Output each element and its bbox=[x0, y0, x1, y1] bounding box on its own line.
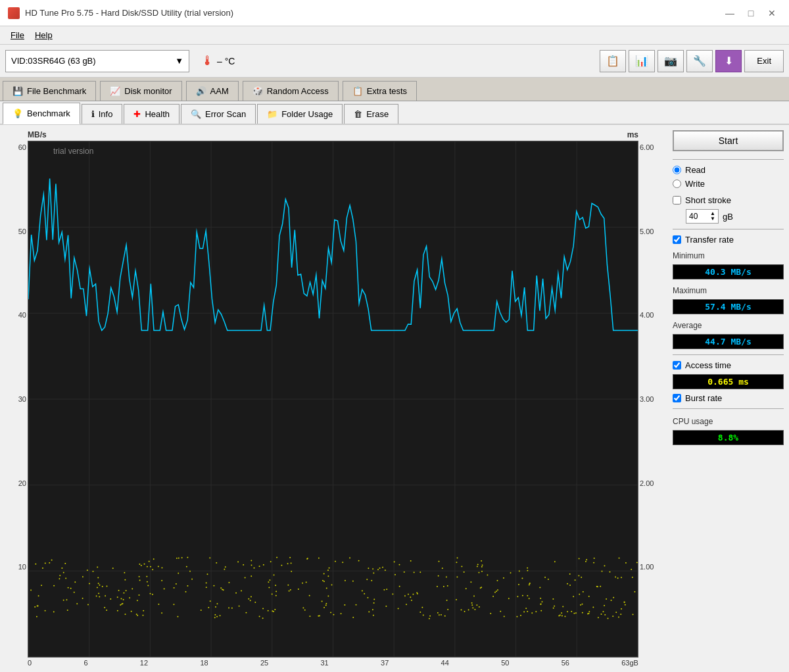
erase-icon: 🗑 bbox=[354, 109, 362, 119]
x-tick-56: 56 bbox=[562, 659, 569, 667]
maximum-value: 57.4 MB/s bbox=[673, 299, 784, 314]
short-stroke-row[interactable]: Short stroke bbox=[673, 195, 784, 205]
aam-icon: 🔊 bbox=[196, 86, 206, 96]
access-time-checkbox[interactable] bbox=[673, 361, 681, 370]
write-label: Write bbox=[685, 179, 705, 189]
x-tick-0: 0 bbox=[28, 659, 32, 667]
yr-tick-600: 6.00 bbox=[640, 143, 663, 151]
chart-top-labels: MB/s ms bbox=[5, 130, 665, 141]
tab-random-access[interactable]: 🎲 Random Access bbox=[243, 81, 339, 101]
tools-button[interactable]: 🔧 bbox=[686, 50, 713, 72]
tab-erase[interactable]: 🗑 Erase bbox=[344, 104, 398, 124]
yr-tick-300: 3.00 bbox=[640, 395, 663, 403]
copy-button[interactable]: 📋 bbox=[600, 50, 626, 72]
yr-tick-200: 2.00 bbox=[640, 479, 663, 487]
yr-tick-0 bbox=[640, 647, 663, 655]
x-tick-63: 63gB bbox=[621, 659, 638, 667]
tab-benchmark-label: Benchmark bbox=[27, 108, 70, 118]
y-right-label: ms bbox=[627, 130, 638, 139]
thermometer-icon: 🌡 bbox=[201, 53, 214, 68]
access-time-label: Access time bbox=[685, 360, 731, 370]
stroke-spinbox[interactable]: 40 ▲ ▼ bbox=[686, 209, 719, 224]
benchmark-chart: trial version bbox=[28, 141, 638, 658]
temp-value: – °C bbox=[217, 56, 235, 66]
menu-file[interactable]: File bbox=[5, 29, 30, 41]
write-radio[interactable] bbox=[673, 180, 681, 188]
compare-button[interactable]: 📊 bbox=[629, 50, 655, 72]
folder-usage-icon: 📁 bbox=[267, 109, 277, 119]
read-radio-row[interactable]: Read bbox=[673, 165, 784, 175]
tab-file-benchmark-label: File Benchmark bbox=[27, 86, 86, 96]
access-time-row[interactable]: Access time bbox=[673, 360, 784, 370]
tab-aam-label: AAM bbox=[210, 86, 229, 96]
x-tick-12: 12 bbox=[140, 659, 148, 667]
tab-file-benchmark[interactable]: 💾 File Benchmark bbox=[3, 81, 96, 101]
transfer-rate-row[interactable]: Transfer rate bbox=[673, 235, 784, 245]
transfer-rate-checkbox[interactable] bbox=[673, 235, 681, 244]
tab-error-scan-label: Error Scan bbox=[205, 109, 246, 119]
stroke-value-row: 40 ▲ ▼ gB bbox=[686, 209, 784, 224]
chart-area: MB/s ms 60 50 40 30 20 10 trial version … bbox=[0, 125, 667, 672]
y-left-label: MB/s bbox=[28, 130, 47, 139]
temperature-display: 🌡 – °C bbox=[201, 53, 235, 68]
spinbox-down[interactable]: ▼ bbox=[710, 216, 715, 222]
tab-folder-usage-label: Folder Usage bbox=[281, 109, 333, 119]
y-tick-0 bbox=[7, 647, 26, 655]
x-tick-6: 6 bbox=[84, 659, 87, 667]
access-time-value: 0.665 ms bbox=[673, 374, 784, 389]
x-tick-50: 50 bbox=[501, 659, 509, 667]
tab-benchmark[interactable]: 💡 Benchmark bbox=[3, 103, 80, 124]
download-button[interactable]: ⬇ bbox=[715, 50, 742, 72]
tab-info-label: Info bbox=[99, 109, 113, 119]
tab-extra-tests[interactable]: 📋 Extra tests bbox=[343, 81, 417, 101]
menu-help[interactable]: Help bbox=[30, 29, 58, 41]
screenshot-button[interactable]: 📷 bbox=[658, 50, 684, 72]
close-button[interactable]: ✕ bbox=[763, 6, 781, 20]
drive-dropdown[interactable]: VID:03SR64G (63 gB) ▼ bbox=[5, 50, 189, 72]
x-tick-18: 18 bbox=[200, 659, 208, 667]
average-value: 44.7 MB/s bbox=[673, 334, 784, 349]
menu-bar: File Help bbox=[0, 26, 789, 45]
burst-rate-label: Burst rate bbox=[685, 393, 722, 403]
maximum-label: Maximum bbox=[673, 286, 784, 295]
cpu-usage-label: CPU usage bbox=[673, 417, 784, 426]
exit-button[interactable]: Exit bbox=[744, 50, 784, 72]
spinbox-arrows[interactable]: ▲ ▼ bbox=[710, 211, 715, 222]
extra-tests-icon: 📋 bbox=[352, 86, 363, 96]
tab-folder-usage[interactable]: 📁 Folder Usage bbox=[257, 104, 343, 124]
chart-x-labels: 0 6 12 18 25 31 37 44 50 56 63gB bbox=[5, 658, 665, 667]
tab-disk-monitor[interactable]: 📈 Disk monitor bbox=[100, 81, 181, 101]
tab-health[interactable]: ✚ Health bbox=[124, 104, 179, 124]
y-tick-30: 30 bbox=[7, 395, 26, 403]
read-label: Read bbox=[685, 165, 705, 175]
tab-extra-tests-label: Extra tests bbox=[367, 86, 407, 96]
read-radio[interactable] bbox=[673, 166, 681, 174]
app-icon bbox=[8, 7, 20, 19]
tab-aam[interactable]: 🔊 AAM bbox=[186, 81, 239, 101]
main-content: MB/s ms 60 50 40 30 20 10 trial version … bbox=[0, 125, 789, 672]
maximize-button[interactable]: □ bbox=[742, 6, 760, 20]
x-tick-44: 44 bbox=[441, 659, 449, 667]
bottom-tab-bar: 💡 Benchmark ℹ Info ✚ Health 🔍 Error Scan… bbox=[0, 101, 789, 125]
minimum-label: Minimum bbox=[673, 251, 784, 260]
tab-random-access-label: Random Access bbox=[267, 86, 329, 96]
tab-info[interactable]: ℹ Info bbox=[82, 104, 123, 124]
burst-rate-row[interactable]: Burst rate bbox=[673, 393, 784, 403]
burst-rate-checkbox[interactable] bbox=[673, 394, 681, 402]
x-tick-37: 37 bbox=[381, 659, 389, 667]
window-title: HD Tune Pro 5.75 - Hard Disk/SSD Utility… bbox=[25, 8, 233, 18]
stroke-value: 40 bbox=[689, 212, 698, 221]
cpu-usage-value: 8.8% bbox=[673, 430, 784, 445]
minimize-button[interactable]: ― bbox=[721, 6, 739, 20]
y-tick-20: 20 bbox=[7, 479, 26, 487]
stroke-unit: gB bbox=[723, 212, 733, 222]
y-tick-60: 60 bbox=[7, 143, 26, 151]
start-button[interactable]: Start bbox=[673, 130, 784, 151]
tab-error-scan[interactable]: 🔍 Error Scan bbox=[181, 104, 256, 124]
short-stroke-checkbox[interactable] bbox=[673, 196, 681, 204]
chevron-down-icon: ▼ bbox=[175, 56, 183, 66]
title-bar: HD Tune Pro 5.75 - Hard Disk/SSD Utility… bbox=[0, 0, 789, 26]
toolbar: VID:03SR64G (63 gB) ▼ 🌡 – °C 📋 📊 📷 🔧 ⬇ E… bbox=[0, 45, 789, 78]
toolbar-buttons: 📋 📊 📷 🔧 ⬇ Exit bbox=[600, 50, 784, 72]
write-radio-row[interactable]: Write bbox=[673, 179, 784, 189]
